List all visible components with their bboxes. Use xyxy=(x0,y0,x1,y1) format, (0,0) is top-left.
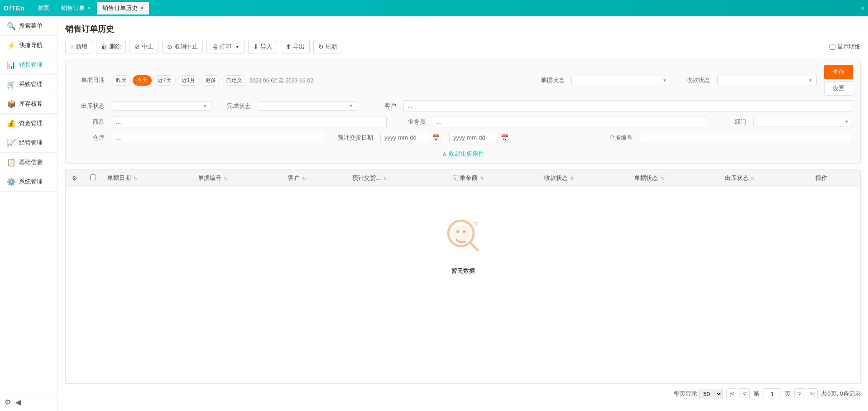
collapse-row[interactable]: ∧ 收起更多条件 xyxy=(73,148,853,158)
doc-status-select[interactable]: ▼ xyxy=(571,76,671,85)
sidebar-item-quick-nav[interactable]: ⚡ 快捷导航 xyxy=(0,36,58,55)
goods-input[interactable] xyxy=(112,116,387,127)
close-sales-order-tab[interactable]: × xyxy=(87,5,91,11)
sidebar-item-base-info[interactable]: 📋 基础信息 xyxy=(0,153,58,172)
filter-section: 单据日期 昨天 今天 近7天 近1月 更多 自定义 2023-06-02 至 2… xyxy=(65,59,861,164)
tab-sales-order[interactable]: 销售订单 × xyxy=(56,2,96,15)
stop-button[interactable]: ⊘ 中止 xyxy=(129,40,158,53)
first-page-btn[interactable]: |< xyxy=(726,388,737,399)
department-control: ▼ xyxy=(753,117,853,126)
main-layout: 🔍 搜索菜单 ⚡ 快捷导航 📊 销售管理 🛒 采购管理 📦 库存核算 💰 资金管… xyxy=(0,16,868,411)
last-page-btn[interactable]: >| xyxy=(807,388,818,399)
salesperson-input[interactable] xyxy=(433,116,708,127)
filter-row-1: 单据日期 昨天 今天 近7天 近1月 更多 自定义 2023-06-02 至 2… xyxy=(73,65,853,96)
salesperson-control xyxy=(433,116,708,127)
tab-bar: OfTEn 首页 销售订单 × 销售订单历史 × xyxy=(4,0,150,16)
sidebar-item-inventory[interactable]: 📦 库存核算 xyxy=(0,94,58,114)
col-amount[interactable]: 订单金额 ⇅ xyxy=(448,169,539,187)
date-btn-1month[interactable]: 近1月 xyxy=(177,75,200,86)
close-history-tab[interactable]: × xyxy=(140,5,144,11)
next-page-btn[interactable]: > xyxy=(794,388,805,399)
search-menu-icon: 🔍 xyxy=(7,22,15,30)
export-button[interactable]: ⬆ 导出 xyxy=(281,40,310,53)
collection-chevron: ▼ xyxy=(808,78,813,83)
col-payment-status[interactable]: 收款状态 ⇅ xyxy=(539,169,629,187)
goods-label: 商品 xyxy=(73,118,105,126)
table-header: ⚙ 单据日期 ⇅ 单据编号 ⇅ xyxy=(66,169,860,187)
completion-select[interactable]: ▼ xyxy=(258,101,357,111)
date-btn-today[interactable]: 今天 xyxy=(133,75,152,86)
col-outbound[interactable]: 出库状态 ⇅ xyxy=(719,169,810,187)
order-no-input[interactable] xyxy=(640,132,853,143)
select-all-checkbox[interactable] xyxy=(90,174,96,180)
empty-state: 暂无数据 xyxy=(66,187,860,302)
tab-sales-order-history[interactable]: 销售订单历史 × xyxy=(97,2,149,15)
date-btn-yesterday[interactable]: 昨天 xyxy=(112,75,131,86)
filter-row-4: 仓库 预计交货日期 📅 — 📅 单据编号 xyxy=(73,132,853,143)
show-detail-checkbox[interactable]: 显示明细 xyxy=(830,43,861,51)
warehouse-label: 仓库 xyxy=(73,134,105,142)
customer-input[interactable] xyxy=(403,100,853,111)
import-button[interactable]: ⬇ 导入 xyxy=(248,40,277,53)
purchase-mgmt-icon: 🛒 xyxy=(7,80,15,88)
operation-icon: 📈 xyxy=(7,139,15,147)
sidebar-item-sales-mgmt[interactable]: 📊 销售管理 xyxy=(0,55,58,75)
delivery-date-from[interactable] xyxy=(380,132,430,143)
delivery-date-control: 📅 — 📅 xyxy=(380,132,594,143)
pagination: 每页显示 10 20 50 100 |< < 第 页 > >| 共0页, 0条记… xyxy=(65,383,861,404)
calendar-from-icon[interactable]: 📅 xyxy=(432,134,440,141)
svg-point-3 xyxy=(456,230,459,233)
page-number-input[interactable] xyxy=(763,388,781,399)
export-icon: ⬆ xyxy=(286,43,291,50)
settings-icon[interactable]: ⚙ xyxy=(72,175,77,182)
query-button[interactable]: 查询 xyxy=(824,65,853,79)
delete-button[interactable]: 🗑 删除 xyxy=(96,40,126,53)
doc-status-label: 单据状态 xyxy=(532,76,564,84)
collection-status-control: ▼ xyxy=(717,76,817,85)
delete-icon: 🗑 xyxy=(101,43,107,50)
col-customer[interactable]: 客户 ⇅ xyxy=(283,169,347,187)
prev-page-btn[interactable]: < xyxy=(739,388,750,399)
outbound-select[interactable]: ▼ xyxy=(112,101,211,111)
order-no-label: 单据编号 xyxy=(601,134,633,142)
col-doc-status[interactable]: 单据状态 ⇅ xyxy=(629,169,719,187)
date-btn-7days[interactable]: 近7天 xyxy=(153,75,176,86)
print-icon: 🖨 xyxy=(211,43,218,50)
sidebar-item-operation[interactable]: 📈 经营管理 xyxy=(0,133,58,153)
sidebar-item-purchase-mgmt[interactable]: 🛒 采购管理 xyxy=(0,75,58,94)
collection-status-select[interactable]: ▼ xyxy=(717,76,817,85)
table-settings-col[interactable]: ⚙ xyxy=(66,169,84,187)
sidebar-item-finance[interactable]: 💰 资金管理 xyxy=(0,114,58,133)
delivery-date-to[interactable] xyxy=(449,132,499,143)
col-no[interactable]: 单据编号 ⇅ xyxy=(192,169,283,187)
page-size-select[interactable]: 10 20 50 100 xyxy=(699,389,723,399)
new-button[interactable]: + 新增 xyxy=(65,40,92,53)
date-filter-control: 昨天 今天 近7天 近1月 更多 自定义 2023-06-02 至 2023-0… xyxy=(112,75,525,86)
completion-control: ▼ xyxy=(258,101,357,111)
quick-nav-icon: ⚡ xyxy=(7,41,15,49)
cancel-stop-button[interactable]: ⊙ 取消中止 xyxy=(162,40,203,53)
sidebar-item-search-menu[interactable]: 🔍 搜索菜单 xyxy=(0,16,58,36)
department-select[interactable]: ▼ xyxy=(753,117,853,126)
print-button[interactable]: 🖨 打印 ▼ xyxy=(206,40,245,53)
data-table: ⚙ 单据日期 ⇅ 单据编号 ⇅ xyxy=(66,169,860,302)
warehouse-input[interactable] xyxy=(112,132,325,143)
date-btn-custom[interactable]: 自定义 xyxy=(222,75,246,86)
settings-button[interactable]: 设置 xyxy=(824,81,853,96)
empty-icon xyxy=(441,214,486,260)
col-date[interactable]: 单据日期 ⇅ xyxy=(102,169,192,187)
calendar-to-icon[interactable]: 📅 xyxy=(501,134,508,141)
warehouse-control xyxy=(112,132,325,143)
top-bar-right: × xyxy=(861,5,864,12)
tab-home[interactable]: 首页 xyxy=(32,2,55,15)
table-checkbox-col xyxy=(84,169,102,187)
col-delivery[interactable]: 预计交货... ⇅ xyxy=(347,169,448,187)
svg-line-1 xyxy=(470,242,478,250)
settings-bottom-btn[interactable]: ⚙ xyxy=(5,398,11,406)
show-detail-input[interactable] xyxy=(830,44,835,50)
date-btn-more[interactable]: 更多 xyxy=(201,75,220,86)
close-window-btn[interactable]: × xyxy=(861,5,864,12)
refresh-button[interactable]: ↻ 刷新 xyxy=(313,40,342,53)
collapse-sidebar-btn[interactable]: ◀ xyxy=(15,398,21,406)
sidebar-item-system-mgmt[interactable]: ⚙️ 系统管理 xyxy=(0,172,58,192)
